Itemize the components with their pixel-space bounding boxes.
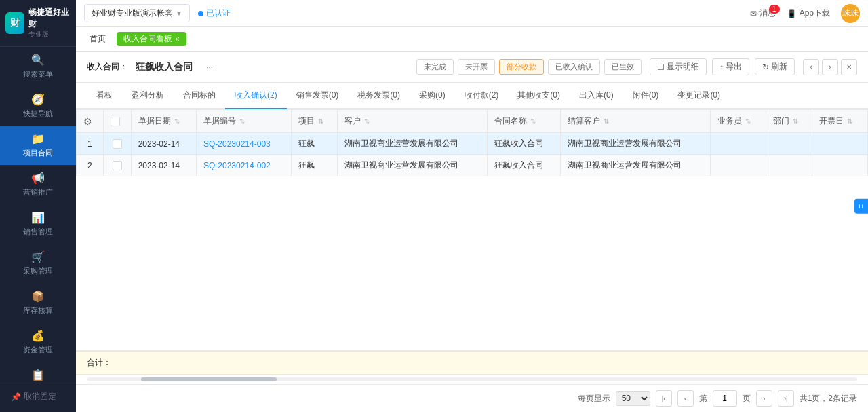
sub-tab-item[interactable]: 其他收支(0)	[508, 83, 570, 109]
table-header-客户[interactable]: 客户⇅	[337, 110, 487, 133]
sidebar-nav-item[interactable]: 🧭快捷导航	[0, 86, 76, 126]
sub-tab-item[interactable]: 变更记录(0)	[668, 83, 730, 109]
sub-tab-item[interactable]: 税务发票(0)	[348, 83, 410, 109]
table-header-合同名称[interactable]: 合同名称⇅	[487, 110, 561, 133]
sub-tab-item[interactable]: 收付款(2)	[455, 83, 509, 109]
sort-icon[interactable]: ⇅	[745, 117, 751, 125]
sub-tab-item[interactable]: 出入库(0)	[570, 83, 623, 109]
sub-tab-item[interactable]: 合同标的	[174, 83, 225, 109]
table-cell: 1	[77, 133, 104, 155]
scroll-bar-thumb[interactable]	[141, 377, 277, 381]
close-page-button[interactable]: ✕	[841, 59, 857, 75]
table-cell	[711, 155, 766, 176]
sidebar-nav-item[interactable]: 📢营销推广	[0, 165, 76, 204]
row-checkbox[interactable]	[113, 139, 122, 149]
show-detail-checkbox[interactable]: ☐ 显示明细	[650, 58, 707, 75]
table-row[interactable]: 12023-02-14SQ-20230214-003狂飙湖南卫视商业运营发展有限…	[77, 133, 868, 155]
table-cell: 湖南卫视商业运营发展有限公司	[337, 133, 487, 155]
nav-item-label: 采购管理	[23, 266, 53, 276]
refresh-button[interactable]: ↻ 刷新	[755, 58, 795, 75]
table-header-项目[interactable]: 项目⇅	[291, 110, 337, 133]
close-tab-icon[interactable]: ×	[175, 35, 180, 44]
nav-item-label: 资金管理	[23, 345, 53, 355]
table-cell: 湖南卫视商业运营发展有限公司	[561, 155, 711, 176]
scroll-bar-track[interactable]	[87, 377, 857, 381]
sidebar-nav-item[interactable]: 📋总账管理	[0, 362, 76, 381]
first-page-button[interactable]: |‹	[656, 390, 672, 407]
sidebar-nav-item[interactable]: 🔍搜索菜单	[0, 47, 76, 86]
status-filter-button[interactable]: 未开票	[458, 59, 495, 75]
sub-tab-item[interactable]: 附件(0)	[623, 83, 669, 109]
sub-tab-item[interactable]: 采购(0)	[410, 83, 455, 109]
sidebar-nav-item[interactable]: 📦库存核算	[0, 283, 76, 322]
home-tab[interactable]: 首页	[81, 29, 114, 49]
sidebar-nav-item[interactable]: 💰资金管理	[0, 322, 76, 362]
col-label: 业务员	[717, 115, 742, 127]
company-selector[interactable]: 好业财专业版演示帐套 ▼	[84, 4, 190, 22]
col-label: 结算客户	[568, 115, 600, 127]
last-page-button[interactable]: ›|	[778, 390, 794, 407]
status-filter-button[interactable]: 已收入确认	[548, 59, 600, 75]
table-cell[interactable]: SQ-20230214-002	[196, 155, 291, 176]
sort-icon[interactable]: ⇅	[239, 117, 245, 125]
table-header-业务员[interactable]: 业务员⇅	[711, 110, 766, 133]
contract-title: 狂飙收入合同	[136, 61, 193, 73]
select-all-checkbox[interactable]	[111, 117, 120, 126]
logo-icon: 财	[5, 12, 24, 34]
float-side-button[interactable]: ≡	[854, 198, 868, 213]
nav-next-arrow[interactable]: ›	[822, 59, 838, 75]
table-header-结算客户[interactable]: 结算客户⇅	[561, 110, 711, 133]
row-checkbox[interactable]	[113, 161, 122, 170]
active-tab[interactable]: 收入合同看板 ×	[117, 32, 186, 46]
status-filter-button[interactable]: 未完成	[416, 59, 454, 75]
order-link[interactable]: SQ-20230214-002	[203, 161, 271, 170]
table-header-单据编号[interactable]: 单据编号⇅	[196, 110, 291, 133]
sort-icon[interactable]: ⇅	[847, 117, 852, 125]
scroll-bar-area[interactable]	[76, 374, 868, 384]
sort-icon[interactable]: ⇅	[604, 117, 609, 125]
nav-prev-arrow[interactable]: ‹	[803, 59, 819, 75]
sort-icon[interactable]: ⇅	[364, 117, 370, 125]
sort-icon[interactable]: ⇅	[174, 117, 180, 125]
per-page-select[interactable]: 2050100	[616, 391, 650, 406]
sub-tab-item[interactable]: 销售发票(0)	[287, 83, 349, 109]
sub-tab-item[interactable]: 盈利分析	[122, 83, 174, 109]
refresh-label: 刷新	[771, 61, 787, 73]
status-filter-button[interactable]: 已生效	[604, 59, 642, 75]
main-area: 好业财专业版演示帐套 ▼ 已认证 ✉ 消息 1 📱 App下载 珠珠	[76, 0, 868, 412]
status-filter-button[interactable]: 部分收款	[499, 59, 544, 75]
settings-icon[interactable]: ⚙	[83, 116, 92, 127]
table-cell: 湖南卫视商业运营发展有限公司	[337, 155, 487, 176]
sidebar-bottom: 📌 取消固定	[0, 381, 76, 412]
sub-tab-item[interactable]: 收入确认(2)	[225, 83, 287, 109]
sort-icon[interactable]: ⇅	[530, 117, 536, 125]
export-button[interactable]: ↑ 导出	[712, 58, 749, 75]
sidebar-nav-item[interactable]: 🛒采购管理	[0, 244, 76, 283]
topbar-actions: ✉ 消息 1 📱 App下载 珠珠	[750, 4, 860, 23]
tab-bar: 首页 收入合同看板 ×	[76, 27, 868, 52]
user-avatar-area[interactable]: 珠珠	[841, 4, 860, 23]
sort-icon[interactable]: ⇅	[793, 117, 798, 125]
page-suffix: 页	[743, 393, 751, 405]
page-input[interactable]	[713, 390, 737, 407]
sidebar-nav-item[interactable]: 📁项目合同	[0, 126, 76, 165]
table-area[interactable]: ⚙单据日期⇅单据编号⇅项目⇅客户⇅合同名称⇅结算客户⇅业务员⇅部门⇅开票日⇅12…	[76, 109, 868, 350]
next-page-button[interactable]: ›	[756, 390, 772, 407]
message-button[interactable]: ✉ 消息 1	[750, 7, 776, 19]
table-cell[interactable]: SQ-20230214-003	[196, 133, 291, 155]
order-link[interactable]: SQ-20230214-003	[203, 139, 271, 149]
contract-header: 收入合同： 狂飙收入合同 ··· 未完成未开票部分收款已收入确认已生效 ☐ 显示…	[76, 52, 868, 83]
nav-list: 🔍搜索菜单🧭快捷导航📁项目合同📢营销推广📊销售管理🛒采购管理📦库存核算💰资金管理…	[0, 47, 76, 381]
table-header-部门[interactable]: 部门⇅	[766, 110, 812, 133]
brand-sub: 专业版	[28, 30, 71, 39]
sidebar-nav-item[interactable]: 📊销售管理	[0, 204, 76, 244]
unpin-button[interactable]: 📌 取消固定	[5, 387, 71, 407]
sort-icon[interactable]: ⇅	[318, 117, 323, 125]
table-header-开票日[interactable]: 开票日⇅	[812, 110, 868, 133]
more-button[interactable]: ···	[201, 61, 218, 73]
table-header-单据日期[interactable]: 单据日期⇅	[131, 110, 196, 133]
table-row[interactable]: 22023-02-14SQ-20230214-002狂飙湖南卫视商业运营发展有限…	[77, 155, 868, 176]
app-download-button[interactable]: 📱 App下载	[787, 7, 830, 19]
prev-page-button[interactable]: ‹	[677, 390, 694, 407]
sub-tab-item[interactable]: 看板	[87, 83, 122, 109]
